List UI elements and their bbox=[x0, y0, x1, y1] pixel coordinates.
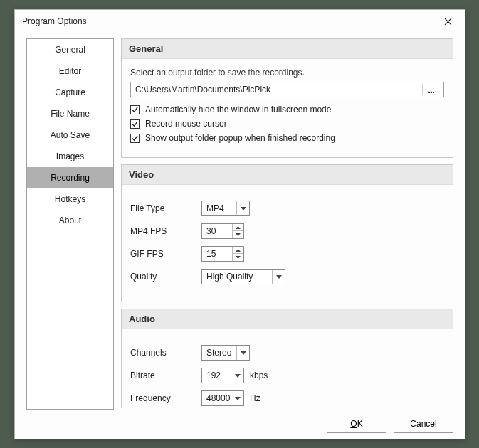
gif-fps-spinner[interactable]: 15 bbox=[201, 246, 244, 262]
nav-item-file-name[interactable]: File Name bbox=[27, 103, 113, 124]
section-video: Video File Type MP4 MP4 FPS 30 bbox=[121, 164, 453, 302]
nav-item-capture[interactable]: Capture bbox=[27, 82, 113, 103]
chevron-up-icon[interactable] bbox=[232, 247, 243, 254]
mp4-fps-label: MP4 FPS bbox=[130, 226, 201, 236]
file-type-label: File Type bbox=[130, 203, 201, 213]
checkbox-show-popup-label: Show output folder popup when finished r… bbox=[145, 133, 335, 143]
chevron-down-icon bbox=[236, 346, 249, 360]
chevron-down-icon[interactable] bbox=[232, 231, 243, 238]
file-type-select[interactable]: MP4 bbox=[201, 201, 250, 216]
close-button[interactable] bbox=[438, 11, 458, 31]
checkbox-record-cursor[interactable] bbox=[130, 119, 140, 129]
nav-item-recording[interactable]: Recording bbox=[27, 167, 113, 188]
nav-item-editor[interactable]: Editor bbox=[27, 60, 113, 82]
mp4-fps-spinner[interactable]: 30 bbox=[201, 223, 244, 239]
checkbox-show-popup[interactable] bbox=[130, 134, 140, 143]
chevron-down-icon bbox=[272, 270, 285, 284]
nav-item-general[interactable]: General bbox=[27, 39, 113, 60]
chevron-down-icon[interactable] bbox=[232, 254, 243, 261]
gif-fps-label: GIF FPS bbox=[130, 249, 201, 259]
checkbox-auto-hide[interactable] bbox=[130, 105, 140, 114]
channels-select[interactable]: Stereo bbox=[201, 345, 250, 361]
nav-item-auto-save[interactable]: Auto Save bbox=[27, 124, 113, 146]
frequency-label: Frequency bbox=[130, 393, 201, 403]
titlebar: Program Options bbox=[15, 10, 465, 33]
bitrate-label: Bitrate bbox=[130, 370, 201, 380]
section-video-header: Video bbox=[122, 165, 453, 185]
bitrate-select[interactable]: 192 bbox=[201, 368, 244, 383]
dialog-footer: OK Cancel bbox=[15, 408, 465, 439]
nav-item-images[interactable]: Images bbox=[27, 146, 113, 167]
sidebar-nav: General Editor Capture File Name Auto Sa… bbox=[26, 38, 114, 410]
cancel-button[interactable]: Cancel bbox=[394, 415, 453, 433]
section-general-header: General bbox=[122, 39, 453, 59]
nav-item-about[interactable]: About bbox=[27, 210, 113, 231]
nav-item-hotkeys[interactable]: Hotkeys bbox=[27, 188, 113, 210]
content-panel: General Select an output folder to save … bbox=[121, 33, 453, 408]
chevron-down-icon bbox=[231, 368, 243, 383]
spinner-arrows[interactable] bbox=[232, 247, 243, 261]
chevron-down-icon bbox=[236, 201, 249, 215]
section-general: General Select an output folder to save … bbox=[121, 38, 453, 158]
checkbox-record-cursor-label: Record mouse cursor bbox=[145, 119, 227, 129]
quality-label: Quality bbox=[130, 272, 201, 282]
output-folder-input[interactable]: C:\Users\Martin\Documents\PicPick ... bbox=[130, 82, 444, 97]
check-icon bbox=[132, 135, 138, 142]
output-folder-hint: Select an output folder to save the reco… bbox=[130, 68, 444, 78]
section-audio-header: Audio bbox=[122, 309, 453, 329]
check-icon bbox=[132, 121, 138, 127]
close-icon bbox=[444, 18, 452, 26]
window-title: Program Options bbox=[22, 16, 87, 26]
frequency-unit: Hz bbox=[250, 393, 260, 403]
chevron-down-icon bbox=[231, 391, 243, 405]
bitrate-unit: kbps bbox=[250, 370, 268, 380]
spinner-arrows[interactable] bbox=[232, 224, 243, 238]
chevron-up-icon[interactable] bbox=[232, 224, 243, 231]
ok-button[interactable]: OK bbox=[327, 415, 386, 433]
check-icon bbox=[132, 107, 138, 113]
frequency-select[interactable]: 48000 bbox=[201, 390, 244, 406]
program-options-dialog: Program Options General Editor Capture F… bbox=[14, 9, 465, 439]
channels-label: Channels bbox=[130, 348, 201, 358]
section-audio: Audio Channels Stereo Bitrate 192 bbox=[121, 309, 453, 408]
checkbox-auto-hide-label: Automatically hide the window in fullscr… bbox=[145, 105, 331, 114]
quality-select[interactable]: High Quality bbox=[201, 269, 285, 284]
browse-button[interactable]: ... bbox=[422, 84, 439, 95]
